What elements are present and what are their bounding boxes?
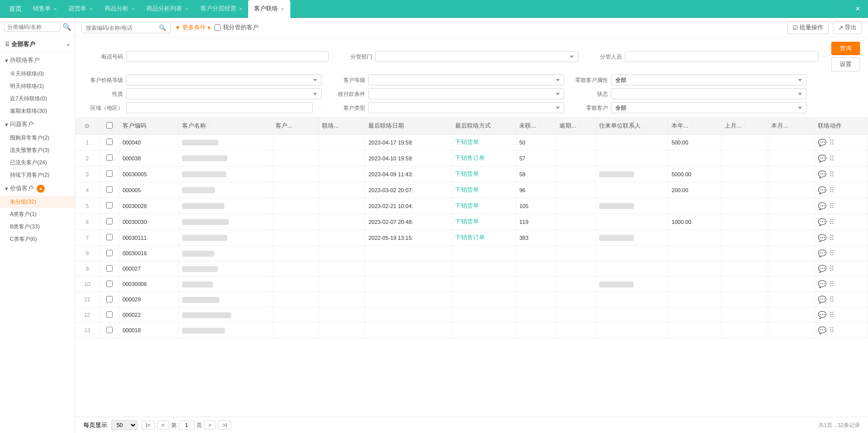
payment-select[interactable]	[368, 88, 564, 99]
chat-icon[interactable]: 💬	[818, 280, 826, 288]
col-way-resize[interactable]: ⋮	[492, 123, 497, 129]
col-lmonth-resize[interactable]: ⋮	[742, 123, 747, 129]
chat-icon[interactable]: 💬	[818, 326, 826, 334]
tab-customer-tier-close[interactable]: ×	[239, 6, 242, 12]
sidebar-item-churn-warning[interactable]: 流失预警客户(3)	[0, 144, 75, 156]
area-input[interactable]	[126, 102, 313, 113]
col-resize-handle[interactable]: ⋮	[147, 123, 152, 129]
select-all-checkbox[interactable]	[106, 122, 113, 129]
chat-icon[interactable]: 💬	[818, 295, 826, 303]
chat-icon[interactable]: 💬	[818, 249, 826, 257]
row-checkbox[interactable]	[106, 170, 113, 177]
sidebar-item-class-b[interactable]: B类客户(33)	[0, 220, 75, 233]
last-way-link[interactable]: 下销货单	[455, 218, 479, 225]
chat-icon[interactable]: 💬	[818, 234, 826, 242]
page-first-btn[interactable]: |<	[141, 421, 155, 430]
sidebar-item-ungroup[interactable]: 未分组(32)	[0, 196, 75, 208]
cell-check[interactable]	[99, 307, 119, 323]
sidebar-section-pending-title[interactable]: ▾ 待联络客户	[0, 53, 75, 68]
chat-icon[interactable]: 💬	[818, 311, 826, 319]
page-last-btn[interactable]: >|	[218, 421, 231, 430]
close-all-tabs-icon[interactable]: ×	[852, 4, 864, 13]
sidebar-section-problem-title[interactable]: ▾ 问题客户	[0, 117, 75, 132]
tab-analysis-close[interactable]: ×	[132, 6, 134, 12]
tab-home[interactable]: 首页	[4, 4, 27, 13]
chat-icon[interactable]: 💬	[818, 139, 826, 146]
sidebar-collapse-icon[interactable]: «	[67, 41, 70, 48]
search-input[interactable]	[86, 25, 157, 31]
tab-sales[interactable]: 销售单 ×	[27, 0, 63, 18]
retail-attr-select[interactable]: 全部	[611, 74, 806, 85]
row-checkbox[interactable]	[106, 186, 113, 193]
page-input[interactable]	[179, 421, 195, 430]
col-tmonth-resize[interactable]: ⋮	[789, 123, 794, 129]
grid-action-icon[interactable]: ⠿	[829, 295, 834, 303]
grid-action-icon[interactable]: ⠿	[829, 202, 834, 210]
tab-analysis-list[interactable]: 商品分析列表 ×	[140, 0, 194, 18]
tab-customer-contact[interactable]: 客户联络 ×	[248, 0, 290, 18]
col-type-resize[interactable]: ⋮	[293, 123, 298, 129]
sidebar-item-class-c[interactable]: C类客户(6)	[0, 233, 75, 245]
grade-select[interactable]	[368, 74, 564, 85]
grid-action-icon[interactable]: ⠿	[829, 139, 834, 146]
grid-action-icon[interactable]: ⠿	[829, 326, 834, 334]
reset-btn[interactable]: 设置	[831, 57, 860, 72]
sidebar-item-churned[interactable]: 已流失客户(24)	[0, 156, 75, 169]
tab-purchase[interactable]: 进货单 ×	[63, 0, 98, 18]
chat-icon[interactable]: 💬	[818, 170, 826, 178]
type-select[interactable]	[368, 102, 564, 113]
sidebar-search-icon[interactable]: 🔍	[63, 23, 71, 31]
retail-select[interactable]: 全部	[611, 102, 806, 113]
dept-select[interactable]	[375, 51, 578, 62]
last-way-link[interactable]: 下销售订单	[455, 154, 485, 161]
last-way-link[interactable]: 下销售订单	[455, 234, 485, 241]
row-checkbox[interactable]	[106, 218, 113, 224]
grid-action-icon[interactable]: ⠿	[829, 265, 834, 273]
col-year-resize[interactable]: ⋮	[689, 123, 694, 129]
row-checkbox[interactable]	[106, 154, 113, 161]
sidebar-all-customers[interactable]: ⠿ 全部客户 «	[0, 36, 75, 53]
cell-check[interactable]	[99, 230, 119, 246]
cell-check[interactable]	[99, 150, 119, 166]
person-input[interactable]	[625, 51, 818, 62]
my-customers-checkbox[interactable]	[214, 24, 221, 31]
sidebar-item-tomorrow[interactable]: 明天待联络(1)	[0, 80, 75, 92]
row-checkbox[interactable]	[106, 139, 113, 145]
nature-select[interactable]	[126, 88, 322, 99]
last-way-link[interactable]: 下销货单	[455, 170, 479, 177]
tab-analysis-list-close[interactable]: ×	[185, 6, 188, 12]
status-select[interactable]	[611, 88, 806, 99]
grid-action-icon[interactable]: ⠿	[829, 170, 834, 178]
cell-check[interactable]	[99, 292, 119, 307]
th-check[interactable]	[99, 118, 119, 135]
grid-action-icon[interactable]: ⠿	[829, 234, 834, 242]
page-size-select[interactable]: 50 10 20 100	[111, 420, 137, 430]
row-checkbox[interactable]	[106, 281, 113, 287]
tab-analysis[interactable]: 商品分析 ×	[99, 0, 140, 18]
last-way-link[interactable]: 下销货单	[455, 186, 479, 193]
cell-check[interactable]	[99, 198, 119, 214]
row-checkbox[interactable]	[106, 296, 113, 302]
row-checkbox[interactable]	[106, 265, 113, 272]
sidebar-item-overdue[interactable]: 逾期未联络(30)	[0, 105, 75, 117]
cell-check[interactable]	[99, 135, 119, 150]
phone-input[interactable]	[126, 51, 329, 62]
col-name-resize[interactable]: ⋮	[207, 123, 212, 129]
chat-icon[interactable]: 💬	[818, 265, 826, 273]
last-way-link[interactable]: 下销货单	[455, 202, 479, 209]
cell-check[interactable]	[99, 261, 119, 277]
cell-check[interactable]	[99, 166, 119, 182]
grid-action-icon[interactable]: ⠿	[829, 154, 834, 162]
grid-action-icon[interactable]: ⠿	[829, 218, 834, 226]
col-contact-resize[interactable]: ⋮	[340, 123, 345, 129]
table-wrapper[interactable]: ⚙ 客户编码⋮ 客户名称⋮ 客户...⋮	[75, 118, 868, 417]
tab-purchase-close[interactable]: ×	[89, 6, 92, 12]
th-settings[interactable]: ⚙	[75, 118, 99, 135]
export-btn[interactable]: ↗ 导出	[833, 21, 862, 34]
grid-action-icon[interactable]: ⠿	[829, 186, 834, 194]
chat-icon[interactable]: 💬	[818, 186, 826, 194]
col-overdue-resize[interactable]: ⋮	[577, 123, 582, 129]
settings-icon[interactable]: ⚙	[84, 123, 90, 130]
batch-op-btn[interactable]: ☑ 批量操作	[787, 21, 829, 34]
chat-icon[interactable]: 💬	[818, 154, 826, 162]
